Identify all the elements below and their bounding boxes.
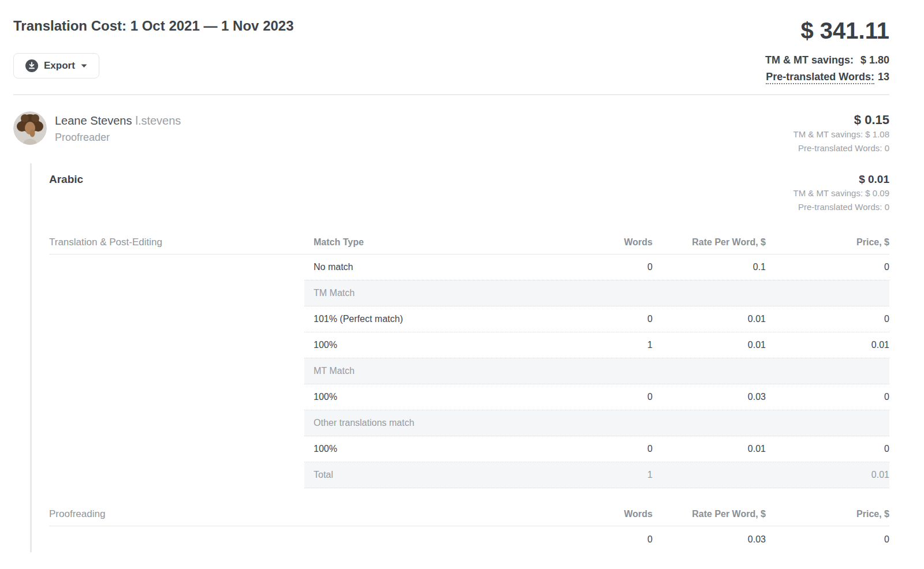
column-header-words: Words bbox=[578, 509, 653, 519]
proofreading-section-label: Proofreading bbox=[49, 508, 304, 520]
table-group-row: MT Match bbox=[304, 358, 889, 384]
user-username: l.stevens bbox=[135, 114, 181, 127]
price-cell: 0.01 bbox=[766, 340, 889, 350]
column-header-match-type: Match Type bbox=[304, 237, 578, 248]
words-cell: 0 bbox=[578, 392, 653, 402]
grand-total-amount: $ 341.11 bbox=[765, 17, 889, 44]
pre-translated-label[interactable]: Pre-translated Words: bbox=[766, 71, 874, 84]
page-title: Translation Cost: 1 Oct 2021 — 1 Nov 202… bbox=[13, 17, 294, 35]
column-header-words: Words bbox=[578, 237, 653, 248]
match-group-label: MT Match bbox=[304, 366, 889, 376]
table-row: 00.030 bbox=[304, 526, 889, 552]
rate-cell: 0.01 bbox=[653, 444, 766, 454]
user-section: Leane Stevensl.stevens Proofreader $ 0.1… bbox=[13, 111, 889, 155]
translation-table-header: Translation & Post-Editing Match Type Wo… bbox=[49, 230, 889, 254]
user-name: Leane Stevens bbox=[55, 114, 132, 127]
column-header-rate: Rate Per Word, $ bbox=[653, 509, 766, 519]
translation-section-label: Translation & Post-Editing bbox=[49, 237, 304, 248]
table-row: No match00.10 bbox=[304, 254, 889, 280]
words-cell: 0 bbox=[578, 314, 653, 324]
export-button[interactable]: Export bbox=[13, 53, 99, 78]
price-cell: 0 bbox=[766, 392, 889, 402]
match-type-cell: 101% (Perfect match) bbox=[304, 314, 578, 324]
price-cell: 0 bbox=[766, 314, 889, 324]
table-row: 100%00.030 bbox=[304, 384, 889, 410]
user-stats: $ 0.15 TM & MT savings: $ 1.08 Pre-trans… bbox=[793, 111, 889, 155]
table-group-row: Other translations match bbox=[304, 410, 889, 436]
user-names: Leane Stevensl.stevens Proofreader bbox=[55, 111, 181, 155]
price-cell: 0 bbox=[766, 444, 889, 454]
user-role: Proofreader bbox=[55, 130, 181, 145]
export-button-label: Export bbox=[44, 60, 75, 72]
pre-translated-line: Pre-translated Words:13 bbox=[765, 70, 889, 84]
column-header-price: Price, $ bbox=[766, 509, 889, 519]
user-total-amount: $ 0.15 bbox=[793, 113, 889, 128]
rate-cell: 0.1 bbox=[653, 262, 766, 272]
translation-table-body: No match00.10TM Match101% (Perfect match… bbox=[304, 254, 889, 488]
proofreading-table-header: Proofreading Words Rate Per Word, $ Pric… bbox=[49, 502, 889, 526]
user-identity: Leane Stevensl.stevens Proofreader bbox=[13, 111, 181, 155]
rate-cell: 0.03 bbox=[653, 392, 766, 402]
column-header-price: Price, $ bbox=[766, 237, 889, 248]
price-cell: 0 bbox=[766, 262, 889, 272]
tm-mt-savings-line: TM & MT savings:$ 1.80 bbox=[765, 53, 889, 67]
proofreading-table-body: 00.030 bbox=[304, 526, 889, 552]
report-header-left: Translation Cost: 1 Oct 2021 — 1 Nov 202… bbox=[13, 17, 294, 78]
match-type-cell: 100% bbox=[304, 444, 578, 454]
table-group-row: TM Match bbox=[304, 280, 889, 306]
chevron-down-icon bbox=[81, 64, 87, 68]
price-cell: 0.01 bbox=[766, 470, 889, 480]
words-cell: 0 bbox=[578, 444, 653, 454]
language-total-amount: $ 0.01 bbox=[793, 173, 889, 186]
language-stats: $ 0.01 TM & MT savings: $ 0.09 Pre-trans… bbox=[793, 173, 889, 214]
rate-cell: 0.03 bbox=[653, 534, 766, 545]
words-cell: 1 bbox=[578, 470, 653, 480]
words-cell: 0 bbox=[578, 534, 653, 545]
words-cell: 1 bbox=[578, 340, 653, 350]
language-pre-translated: Pre-translated Words: 0 bbox=[793, 200, 889, 214]
language-section: Arabic $ 0.01 TM & MT savings: $ 0.09 Pr… bbox=[30, 163, 889, 552]
match-group-label: TM Match bbox=[304, 288, 889, 298]
table-row: 101% (Perfect match)00.010 bbox=[304, 306, 889, 332]
report-totals: $ 341.11 TM & MT savings:$ 1.80 Pre-tran… bbox=[765, 17, 889, 84]
match-type-cell: 100% bbox=[304, 340, 578, 350]
language-name: Arabic bbox=[49, 173, 83, 214]
table-row: 100%10.010.01 bbox=[304, 332, 889, 358]
match-type-cell: 100% bbox=[304, 392, 578, 402]
avatar bbox=[13, 111, 47, 145]
match-type-cell: Total bbox=[304, 470, 578, 480]
cost-report-page: Translation Cost: 1 Oct 2021 — 1 Nov 202… bbox=[0, 0, 924, 552]
price-cell: 0 bbox=[766, 534, 889, 545]
header-divider bbox=[13, 94, 889, 95]
tm-mt-savings-label: TM & MT savings: bbox=[765, 54, 854, 66]
language-tm-mt-savings: TM & MT savings: $ 0.09 bbox=[793, 186, 889, 200]
language-header: Arabic $ 0.01 TM & MT savings: $ 0.09 Pr… bbox=[49, 173, 889, 214]
pre-translated-value: 13 bbox=[878, 71, 889, 83]
table-total-row: Total10.01 bbox=[304, 462, 889, 488]
match-type-cell: No match bbox=[304, 262, 578, 272]
rate-cell: 0.01 bbox=[653, 340, 766, 350]
rate-cell: 0.01 bbox=[653, 314, 766, 324]
tm-mt-savings-value: $ 1.80 bbox=[860, 54, 889, 66]
download-icon bbox=[25, 59, 38, 72]
table-row: 100%00.010 bbox=[304, 436, 889, 462]
column-header-rate: Rate Per Word, $ bbox=[653, 237, 766, 248]
words-cell: 0 bbox=[578, 262, 653, 272]
user-tm-mt-savings: TM & MT savings: $ 1.08 bbox=[793, 128, 889, 141]
report-header: Translation Cost: 1 Oct 2021 — 1 Nov 202… bbox=[13, 17, 889, 84]
user-pre-translated: Pre-translated Words: 0 bbox=[793, 141, 889, 155]
match-group-label: Other translations match bbox=[304, 418, 889, 428]
